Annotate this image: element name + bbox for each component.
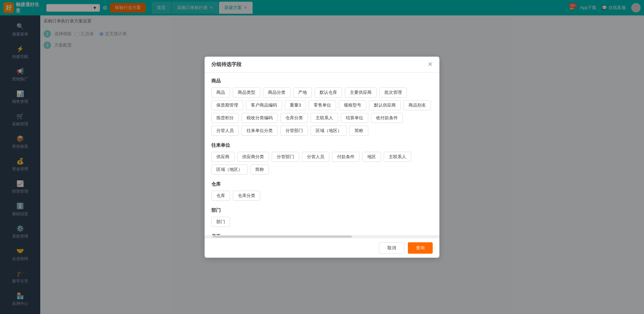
- section-department: 部门 部门: [211, 207, 433, 227]
- field-tag-partner-2[interactable]: 分管部门: [272, 152, 299, 162]
- field-tag-goods-1[interactable]: 商品类型: [233, 87, 260, 98]
- field-tag-goods-16[interactable]: 仓库分类: [280, 113, 308, 123]
- modal-overlay: 分组待选字段 ✕ 商品 商品 商品类型 商品分类 产地 默认仓库 主要供应商 批…: [0, 0, 644, 314]
- field-tag-partner-1[interactable]: 供应商分类: [237, 152, 269, 162]
- field-tag-goods-4[interactable]: 默认仓库: [315, 87, 342, 98]
- field-tag-goods-2[interactable]: 商品分类: [263, 87, 290, 98]
- cancel-button[interactable]: 取消: [379, 242, 405, 254]
- field-tag-goods-11[interactable]: 规格型号: [339, 100, 366, 110]
- field-tag-goods-12[interactable]: 默认供应商: [369, 100, 401, 110]
- field-select-modal: 分组待选字段 ✕ 商品 商品 商品类型 商品分类 产地 默认仓库 主要供应商 批…: [205, 57, 439, 258]
- field-tag-partner-0[interactable]: 供应商: [211, 152, 234, 162]
- field-tag-goods-20[interactable]: 分管人员: [211, 126, 239, 136]
- field-tag-partner-7[interactable]: 区域（地区）: [211, 165, 248, 175]
- section-goods-title: 商品: [211, 78, 433, 84]
- field-tag-goods-15[interactable]: 税收分类编码: [241, 113, 278, 123]
- field-tag-goods-13[interactable]: 商品别名: [404, 100, 431, 110]
- field-tag-goods-5[interactable]: 主要供应商: [345, 87, 377, 98]
- field-tag-goods-23[interactable]: 区域（地区）: [311, 126, 347, 136]
- field-tag-goods-7[interactable]: 保质期管理: [211, 100, 243, 110]
- field-tag-goods-9[interactable]: 重量3: [285, 100, 306, 110]
- field-tag-dept-0[interactable]: 部门: [211, 217, 230, 227]
- warehouse-field-tags: 仓库 仓库分类: [211, 191, 433, 201]
- field-tag-partner-4[interactable]: 付款条件: [332, 152, 360, 162]
- field-tag-warehouse-1[interactable]: 仓库分类: [233, 191, 260, 201]
- field-tag-partner-5[interactable]: 地区: [362, 152, 381, 162]
- field-tag-partner-8[interactable]: 简称: [250, 165, 269, 175]
- field-tag-goods-19[interactable]: 收付款条件: [371, 113, 403, 123]
- department-field-tags: 部门: [211, 217, 433, 227]
- section-partner: 往来单位 供应商 供应商分类 分管部门 分管人员 付款条件 地区 主联系人 区域…: [211, 142, 433, 175]
- field-tag-warehouse-0[interactable]: 仓库: [211, 191, 230, 201]
- goods-field-tags: 商品 商品类型 商品分类 产地 默认仓库 主要供应商 批次管理 保质期管理 客户…: [211, 87, 433, 136]
- modal-body: 商品 商品 商品类型 商品分类 产地 默认仓库 主要供应商 批次管理 保质期管理…: [205, 73, 439, 236]
- modal-close-button[interactable]: ✕: [428, 61, 433, 67]
- modal-header: 分组待选字段 ✕: [205, 57, 439, 73]
- field-tag-goods-17[interactable]: 主联系人: [311, 113, 338, 123]
- section-partner-title: 往来单位: [211, 142, 433, 148]
- modal-hscrollbar[interactable]: [205, 235, 439, 238]
- field-tag-goods-22[interactable]: 分管部门: [280, 126, 308, 136]
- field-tag-goods-6[interactable]: 批次管理: [379, 87, 407, 98]
- section-warehouse: 仓库 仓库 仓库分类: [211, 181, 433, 201]
- field-tag-goods-3[interactable]: 产地: [293, 87, 312, 98]
- confirm-button[interactable]: 查询: [408, 242, 433, 254]
- modal-footer: 取消 查询: [205, 238, 439, 258]
- field-tag-goods-8[interactable]: 客户商品编码: [246, 100, 282, 110]
- section-warehouse-title: 仓库: [211, 181, 433, 187]
- field-tag-goods-10[interactable]: 零售单位: [309, 100, 336, 110]
- partner-field-tags: 供应商 供应商分类 分管部门 分管人员 付款条件 地区 主联系人 区域（地区） …: [211, 152, 433, 175]
- field-tag-goods-0[interactable]: 商品: [211, 87, 230, 98]
- field-tag-goods-21[interactable]: 往来单位分类: [241, 126, 278, 136]
- field-tag-goods-14[interactable]: 拣货积分: [211, 113, 239, 123]
- field-tag-partner-3[interactable]: 分管人员: [302, 152, 329, 162]
- hscroll-thumb[interactable]: [213, 236, 352, 238]
- section-goods: 商品 商品 商品类型 商品分类 产地 默认仓库 主要供应商 批次管理 保质期管理…: [211, 78, 433, 136]
- field-tag-goods-24[interactable]: 简称: [350, 126, 368, 136]
- field-tag-partner-6[interactable]: 主联系人: [384, 152, 411, 162]
- modal-title: 分组待选字段: [211, 61, 241, 68]
- field-tag-goods-18[interactable]: 结算单位: [341, 113, 368, 123]
- section-department-title: 部门: [211, 207, 433, 213]
